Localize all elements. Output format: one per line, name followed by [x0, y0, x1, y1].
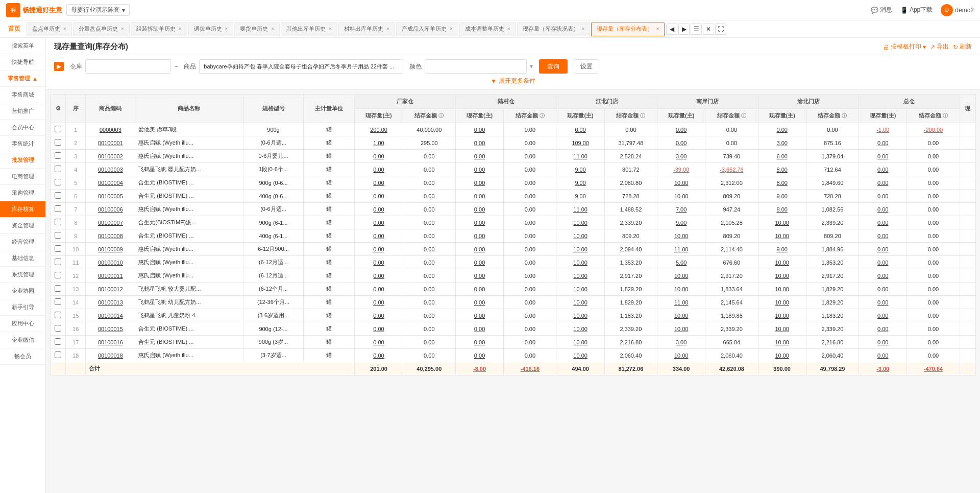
cell-lushan-qty[interactable]: 0.00	[455, 150, 503, 163]
cell-factory-qty[interactable]: 0.00	[355, 243, 403, 256]
cell-code[interactable]: 00100001	[86, 136, 135, 150]
tab-close-substock[interactable]: ×	[121, 26, 124, 32]
cell-yubeibei-qty[interactable]: 3.00	[758, 136, 806, 150]
tab-close-other-out[interactable]: ×	[329, 26, 332, 32]
cell-lushan-qty[interactable]: 0.00	[455, 336, 503, 349]
search-btn[interactable]: 查询	[539, 59, 568, 74]
cell-code[interactable]: 00100007	[86, 216, 135, 229]
cell-code[interactable]: 00100013	[86, 296, 135, 309]
cell-yubeibei-qty[interactable]: 8.00	[758, 176, 806, 190]
cell-nanan-qty[interactable]: 3.00	[657, 336, 705, 349]
cell-factory-qty[interactable]: 1.00	[355, 136, 403, 150]
cell-total-qty[interactable]: 0.00	[859, 269, 907, 283]
cell-code[interactable]: 00100005	[86, 190, 135, 203]
sidebar-item-enterprise[interactable]: 企业协同	[0, 283, 45, 299]
cell-factory-qty[interactable]: 0.00	[355, 296, 403, 309]
cell-nanan-qty[interactable]: 10.00	[657, 269, 705, 283]
cell-factory-qty[interactable]: 0.00	[355, 256, 403, 269]
refresh-btn[interactable]: ↻ 刷新	[953, 42, 972, 51]
cell-jiangbei-qty[interactable]: 10.00	[556, 229, 604, 243]
cell-yubeibei-qty[interactable]: 10.00	[758, 336, 806, 349]
cell-lushan-qty[interactable]: 0.00	[455, 176, 503, 190]
sidebar-item-guide[interactable]: 新手引导	[0, 299, 45, 316]
cell-jiangbei-qty[interactable]: 11.00	[556, 150, 604, 163]
cell-total-qty[interactable]: 0.00	[859, 190, 907, 203]
org-selector[interactable]: 母婴行业演示陈套 ▾	[66, 4, 130, 16]
cell-code[interactable]: 00100003	[86, 163, 135, 176]
cell-jiangbei-qty[interactable]: 11.00	[556, 203, 604, 216]
expand-more-btn[interactable]: ▼ 展开更多条件	[54, 77, 972, 85]
sidebar-item-wholesale[interactable]: 批发管理	[0, 152, 45, 169]
cell-jiangbei-qty[interactable]: 10.00	[556, 296, 604, 309]
cell-total-qty[interactable]: 0.00	[859, 216, 907, 229]
sidebar-item-retail-mgmt[interactable]: 零售管理 ▲	[0, 71, 45, 87]
product-input[interactable]	[199, 59, 403, 74]
cell-code[interactable]: 00100015	[86, 322, 135, 336]
cell-check[interactable]	[51, 269, 66, 283]
cell-total-qty[interactable]: 0.00	[859, 243, 907, 256]
tab-fullscreen[interactable]: ⛶	[715, 24, 726, 35]
cell-lushan-qty[interactable]: 0.00	[455, 136, 503, 150]
cell-nanan-qty[interactable]: 10.00	[657, 283, 705, 296]
cell-yubeibei-qty[interactable]: 6.00	[758, 150, 806, 163]
tab-nav-prev[interactable]: ◀	[666, 24, 677, 35]
cell-factory-qty[interactable]: 0.00	[355, 229, 403, 243]
tab-combostock[interactable]: 组装拆卸单历史 ×	[131, 22, 187, 36]
tab-close-combostock[interactable]: ×	[179, 26, 182, 32]
cell-check[interactable]	[51, 229, 66, 243]
cell-nanan-qty[interactable]: 0.00	[657, 123, 705, 136]
cell-factory-qty[interactable]: 0.00	[355, 336, 403, 349]
cell-check[interactable]	[51, 243, 66, 256]
cell-total-qty[interactable]: 0.00	[859, 349, 907, 362]
cell-lushan-qty[interactable]: 0.00	[455, 283, 503, 296]
cell-check[interactable]	[51, 349, 66, 362]
sidebar-item-appcenter[interactable]: 应用中心	[0, 316, 45, 332]
cell-total-qty[interactable]: 0.00	[859, 309, 907, 322]
warehouse-input[interactable]	[85, 59, 171, 74]
cell-total-qty[interactable]: 0.00	[859, 163, 907, 176]
cell-yubeibei-qty[interactable]: 10.00	[758, 229, 806, 243]
cell-factory-qty[interactable]: 0.00	[355, 163, 403, 176]
cell-code[interactable]: 00100016	[86, 336, 135, 349]
sidebar-item-basic[interactable]: 基础信息	[0, 250, 45, 267]
cell-yubeibei-qty[interactable]: 10.00	[758, 283, 806, 296]
cell-lushan-qty[interactable]: 0.00	[455, 216, 503, 229]
tab-close-transfer[interactable]: ×	[225, 26, 228, 32]
sidebar-item-ecommerce[interactable]: 电商管理	[0, 169, 45, 185]
messages-btn[interactable]: 💬 消息	[871, 6, 892, 14]
cell-factory-qty[interactable]: 0.00	[355, 322, 403, 336]
export-btn[interactable]: ↗ 导出	[930, 42, 949, 51]
cell-check[interactable]	[51, 123, 66, 136]
cell-jiangbei-qty[interactable]: 10.00	[556, 243, 604, 256]
cell-jiangbei-qty[interactable]: 109.00	[556, 136, 604, 150]
cell-lushan-qty[interactable]: 0.00	[455, 123, 503, 136]
cell-total-qty[interactable]: 0.00	[859, 229, 907, 243]
cell-nanan-qty[interactable]: 10.00	[657, 176, 705, 190]
cell-check[interactable]	[51, 336, 66, 349]
sidebar-item-finance[interactable]: 资金管理	[0, 218, 45, 234]
cell-code[interactable]: 0000003	[86, 123, 135, 136]
cell-check[interactable]	[51, 309, 66, 322]
cell-total-qty[interactable]: 0.00	[859, 283, 907, 296]
cell-factory-qty[interactable]: 0.00	[355, 203, 403, 216]
cell-jiangbei-qty[interactable]: 0.00	[556, 123, 604, 136]
cell-check[interactable]	[51, 176, 66, 190]
cell-check[interactable]	[51, 203, 66, 216]
cell-nanan-qty[interactable]: 11.00	[657, 243, 705, 256]
sidebar-item-purchase[interactable]: 采购管理	[0, 185, 45, 201]
cell-check[interactable]	[51, 283, 66, 296]
cell-check[interactable]	[51, 216, 66, 229]
tab-material-out[interactable]: 材料出库单历史 ×	[338, 22, 395, 36]
cell-yubeibei-qty[interactable]: 10.00	[758, 269, 806, 283]
cell-nanan-qty[interactable]: 3.00	[657, 150, 705, 163]
cell-nanan-qty[interactable]: 11.00	[657, 296, 705, 309]
cell-factory-qty[interactable]: 0.00	[355, 309, 403, 322]
tab-inventory-status[interactable]: 现存量（库存状况表） ×	[517, 22, 591, 36]
cell-jiangbei-qty[interactable]: 10.00	[556, 309, 604, 322]
th-settings[interactable]: ⚙	[51, 95, 66, 123]
filter-collapse-btn[interactable]: ▶	[54, 62, 64, 71]
cell-yubeibei-qty[interactable]: 10.00	[758, 296, 806, 309]
cell-lushan-qty[interactable]: 0.00	[455, 309, 503, 322]
cell-lushan-qty[interactable]: 0.00	[455, 256, 503, 269]
cell-total-qty[interactable]: 0.00	[859, 256, 907, 269]
